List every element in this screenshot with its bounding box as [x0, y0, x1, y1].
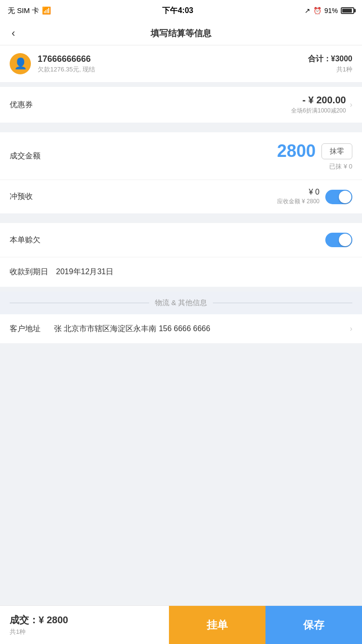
nav-bar: ‹ 填写结算等信息 [0, 21, 362, 45]
deal-amount-row: 成交金额 2800 抹零 已抹 ¥ 0 [0, 132, 362, 180]
logistics-line-left [10, 303, 149, 303]
bottom-item-count: 共1种 [10, 628, 159, 636]
bottom-deal-value: ¥ 2800 [39, 615, 68, 625]
debt-toggle-knob [339, 234, 351, 246]
coupon-row[interactable]: 优惠券 - ¥ 200.00 全场6折满1000减200 › [0, 87, 362, 123]
alarm-icon: ⏰ [313, 7, 321, 14]
address-row[interactable]: 客户地址 张 北京市市辖区海淀区永丰南 156 6666 6666 › [0, 314, 362, 343]
prepay-values: ¥ 0 应收金额 ¥ 2800 [277, 188, 320, 206]
status-right: ↗ ⏰ 91% [305, 7, 354, 14]
coupon-amount: - ¥ 200.00 [291, 95, 346, 106]
debt-toggle[interactable] [325, 233, 352, 247]
coupon-right: - ¥ 200.00 全场6折满1000减200 › [291, 95, 352, 115]
wifi-icon: 📶 [42, 6, 51, 15]
user-left: 👤 17666666666 欠款1276.35元, 现结 [10, 53, 95, 74]
status-bar: 无 SIM 卡 📶 下午4:03 ↗ ⏰ 91% [0, 0, 362, 21]
deal-amount-right: 2800 抹零 已抹 ¥ 0 [277, 141, 352, 171]
carrier-label: 无 SIM 卡 [8, 6, 39, 15]
due-date-row: 收款到期日 2019年12月31日 [0, 257, 362, 287]
prepay-amount: ¥ 0 [277, 188, 320, 196]
chevron-right-icon: › [350, 100, 352, 109]
hold-order-button[interactable]: 挂单 [169, 606, 265, 644]
back-button[interactable]: ‹ [8, 25, 19, 42]
logistics-line-right [213, 303, 352, 303]
coupon-desc: 全场6折满1000减200 [291, 107, 346, 115]
bottom-deal-amount: 成交：¥ 2800 [10, 614, 159, 627]
user-item-count: 共1种 [308, 65, 353, 74]
deal-amount-value: 2800 [277, 141, 316, 161]
logistics-label: 物流 & 其他信息 [155, 298, 207, 308]
prepay-right: ¥ 0 应收金额 ¥ 2800 [277, 188, 352, 206]
address-value: 张 北京市市辖区海淀区永丰南 156 6666 6666 [54, 323, 344, 335]
logistics-section: 物流 & 其他信息 [0, 292, 362, 314]
form-section-1: 成交金额 2800 抹零 已抹 ¥ 0 冲预收 ¥ 0 应收金额 ¥ 2800 [0, 132, 362, 213]
toggle-knob [339, 191, 351, 203]
bottom-summary: 成交：¥ 2800 共1种 [0, 614, 169, 636]
user-totals: 合计：¥3000 共1种 [308, 54, 353, 74]
address-label: 客户地址 [10, 324, 48, 334]
coupon-values: - ¥ 200.00 全场6折满1000减200 [291, 95, 346, 115]
debt-label: 本单赊欠 [10, 235, 41, 245]
due-date-value: 2019年12月31日 [56, 267, 113, 277]
due-date-label: 收款到期日 [10, 267, 48, 277]
user-debt-info: 欠款1276.35元, 现结 [38, 65, 95, 74]
address-chevron-icon: › [350, 324, 352, 333]
content: 👤 17666666666 欠款1276.35元, 现结 合计：¥3000 共1… [0, 45, 362, 387]
user-card: 👤 17666666666 欠款1276.35元, 现结 合计：¥3000 共1… [0, 45, 362, 82]
avatar: 👤 [10, 53, 31, 74]
user-info: 17666666666 欠款1276.35元, 现结 [38, 54, 95, 74]
page-title: 填写结算等信息 [151, 28, 211, 39]
bottom-bar: 成交：¥ 2800 共1种 挂单 保存 [0, 605, 362, 644]
coupon-label: 优惠券 [10, 100, 33, 110]
prepay-label: 冲预收 [10, 192, 33, 202]
amount-right-inner: 2800 抹零 [277, 141, 352, 161]
user-total-amount: 合计：¥3000 [308, 54, 353, 64]
status-left: 无 SIM 卡 📶 [8, 6, 51, 15]
separator-1 [0, 127, 362, 132]
deal-amount-label: 成交金额 [10, 151, 41, 161]
prepay-row: 冲预收 ¥ 0 应收金额 ¥ 2800 [0, 180, 362, 213]
user-phone: 17666666666 [38, 54, 95, 64]
prepay-toggle[interactable] [325, 190, 352, 204]
location-icon: ↗ [305, 7, 310, 14]
deal-amount-sub: 已抹 ¥ 0 [277, 162, 352, 171]
debt-row: 本单赊欠 [0, 223, 362, 257]
round-zero-button[interactable]: 抹零 [321, 143, 352, 159]
status-time: 下午4:03 [162, 6, 193, 16]
prepay-receivable: 应收金额 ¥ 2800 [277, 197, 320, 206]
bottom-deal-label: 成交： [10, 615, 39, 625]
save-button[interactable]: 保存 [265, 606, 362, 644]
battery-pct: 91% [324, 7, 338, 14]
battery-fill [342, 9, 352, 13]
battery-icon [341, 7, 354, 14]
avatar-icon: 👤 [14, 57, 27, 70]
separator-2 [0, 213, 362, 218]
